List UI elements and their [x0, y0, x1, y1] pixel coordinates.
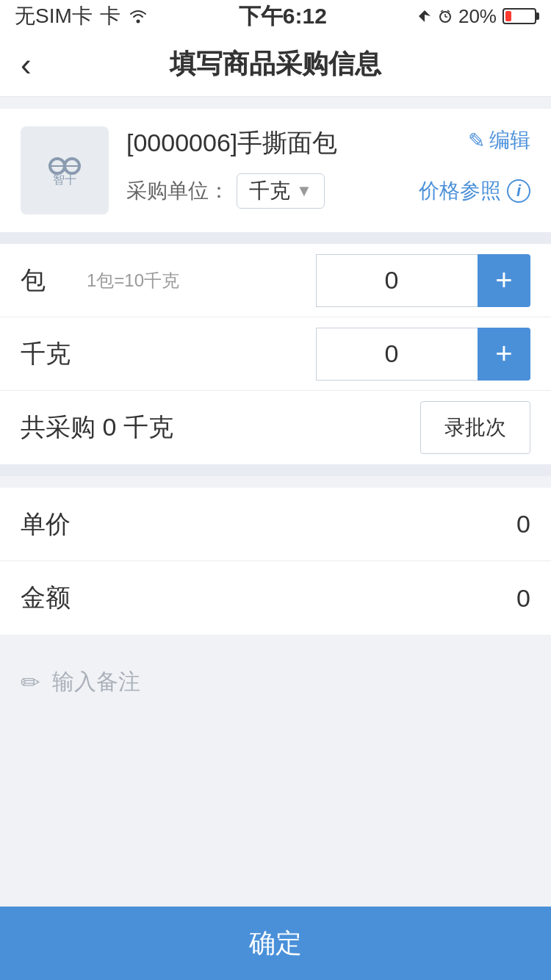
unit-value: 千克 [249, 177, 290, 205]
summary-section: 共采购 0 千克 录批次 [0, 391, 551, 464]
battery-icon [503, 8, 536, 24]
wifi-icon [128, 9, 148, 24]
confirm-button-label: 确定 [249, 926, 302, 962]
unit-price-value: 0 [516, 510, 530, 538]
note-section[interactable]: ✏ 输入备注 [0, 646, 551, 718]
amount-label: 金额 [21, 581, 71, 615]
price-ref-button[interactable]: 价格参照 i [419, 177, 530, 205]
unit-price-row: 单价 0 [0, 488, 551, 561]
section-divider-2 [0, 464, 551, 476]
bag-input-wrap: + [316, 254, 530, 307]
unit-label: 采购单位： [126, 177, 229, 205]
edit-label: 编辑 [489, 126, 530, 154]
location-icon [417, 9, 432, 24]
product-card: 智十 [0000006]手撕面包 ✎ 编辑 采购单位： 千克 ▼ 价格参照 [0, 109, 551, 232]
price-ref-label: 价格参照 [419, 177, 501, 205]
page-title: 填写商品采购信息 [170, 46, 381, 82]
status-right: 20% [417, 5, 536, 28]
alarm-icon [438, 9, 453, 24]
unit-dropdown-arrow-icon: ▼ [296, 181, 312, 201]
carrier-text: 无SIM卡 [15, 2, 93, 30]
back-button[interactable]: ‹ [21, 48, 32, 81]
amount-value: 0 [516, 584, 530, 613]
kg-label: 千克 [21, 337, 79, 371]
bag-label: 包 [21, 264, 79, 298]
unit-selector[interactable]: 千克 ▼ [237, 173, 325, 209]
confirm-button[interactable]: 确定 [0, 907, 551, 980]
edit-icon: ✎ [468, 129, 485, 153]
kg-input-wrap: + [316, 328, 530, 381]
kg-plus-button[interactable]: + [478, 328, 530, 381]
nav-bar: ‹ 填写商品采购信息 [0, 32, 551, 97]
status-left: 无SIM卡 卡 [15, 2, 148, 30]
note-placeholder-text: 输入备注 [52, 667, 140, 697]
price-section: 单价 0 金额 0 [0, 488, 551, 635]
bag-plus-button[interactable]: + [478, 254, 530, 307]
price-ref-info-icon: i [507, 179, 530, 203]
product-name: [0000006]手撕面包 [126, 126, 337, 160]
svg-point-0 [136, 20, 140, 24]
product-logo-icon: 智十 [35, 138, 94, 203]
bag-input-row: 包 1包=10千克 + [0, 244, 551, 317]
product-image: 智十 [21, 126, 109, 215]
kg-quantity-input[interactable] [316, 328, 478, 381]
section-divider-1 [0, 232, 551, 244]
status-time: 下午6:12 [239, 1, 327, 32]
batch-button[interactable]: 录批次 [420, 401, 530, 454]
svg-text:智十: 智十 [53, 173, 76, 186]
sim-icon: 卡 [100, 2, 120, 30]
battery-fill [505, 11, 511, 21]
unit-price-label: 单价 [21, 508, 71, 541]
bag-sub-label: 1包=10千克 [87, 269, 316, 292]
amount-row: 金额 0 [0, 561, 551, 635]
edit-button[interactable]: ✎ 编辑 [468, 126, 530, 154]
summary-quantity: 0 [102, 413, 116, 441]
summary-prefix: 共采购 [21, 413, 96, 441]
summary-unit: 千克 [123, 413, 173, 441]
kg-input-row: 千克 + [0, 317, 551, 391]
product-unit-row: 采购单位： 千克 ▼ 价格参照 i [126, 173, 530, 209]
battery-percent: 20% [458, 5, 497, 28]
summary-text: 共采购 0 千克 [21, 411, 173, 444]
status-bar: 无SIM卡 卡 下午6:12 20% [0, 0, 551, 32]
note-pencil-icon: ✏ [21, 669, 40, 696]
svg-line-4 [441, 10, 443, 12]
bag-quantity-input[interactable] [316, 254, 478, 307]
product-info: [0000006]手撕面包 ✎ 编辑 采购单位： 千克 ▼ 价格参照 i [126, 126, 530, 209]
product-top-row: [0000006]手撕面包 ✎ 编辑 [126, 126, 530, 160]
svg-line-5 [447, 10, 450, 12]
input-section: 包 1包=10千克 + 千克 + [0, 244, 551, 391]
